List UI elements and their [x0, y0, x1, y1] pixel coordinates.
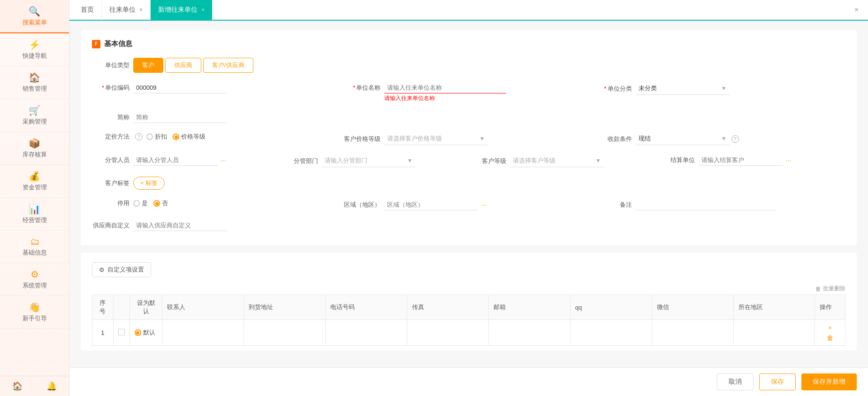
supplier-custom-row: 供应商自定义	[92, 220, 845, 231]
sidebar-item-purchase[interactable]: 🛒 采购管理	[0, 99, 69, 132]
batch-delete-btn[interactable]: 🗑 批量删除	[92, 285, 845, 293]
unit-type-group: 单位类型 客户 供应商 客户/供应商	[92, 58, 845, 73]
tab-close-icon[interactable]: ×	[139, 7, 143, 13]
payment-help-icon[interactable]: ?	[731, 135, 739, 143]
manager-more-btn[interactable]: ···	[218, 156, 229, 164]
sales-icon: 🏠	[29, 72, 40, 83]
save-and-new-button[interactable]: 保存并新增	[801, 373, 857, 390]
sidebar-notify-btn[interactable]: 🔔	[35, 376, 69, 396]
type-btn-supplier[interactable]: 供应商	[165, 58, 201, 73]
sidebar-item-sales[interactable]: 🏠 销售管理	[0, 66, 69, 99]
department-select[interactable]: 请输入分管部门 ▼	[322, 155, 416, 167]
pricing-help-icon[interactable]: ?	[135, 133, 143, 140]
qq-input[interactable]	[575, 327, 647, 338]
radio-circle-discount	[146, 133, 153, 140]
pricing-radio-group: 折扣 价格等级	[146, 132, 206, 141]
sidebar-item-sys-mgmt[interactable]: ⚙ 系统管理	[0, 263, 69, 296]
customer-level-label: 客户等级	[469, 157, 506, 165]
wechat-input[interactable]	[657, 327, 729, 338]
cell-location[interactable]	[733, 320, 815, 346]
cell-email[interactable]	[488, 320, 570, 346]
phone-input[interactable]	[330, 327, 402, 338]
sidebar-item-label: 搜索菜单	[23, 18, 47, 27]
settlement-more-btn[interactable]: ···	[783, 156, 794, 164]
finance-icon: 💰	[29, 171, 40, 182]
payment-terms-select[interactable]: 现结 ▼	[636, 132, 730, 145]
fax-input[interactable]	[412, 327, 484, 338]
col-default: 设为默认	[129, 295, 162, 320]
payment-terms-label: 收款条件	[594, 135, 632, 143]
radio-label: 是	[142, 199, 148, 208]
sidebar-item-search[interactable]: 🔍 搜索菜单	[0, 0, 69, 33]
add-row-btn[interactable]: ＋	[825, 323, 835, 333]
payment-terms-value: 现结	[639, 134, 721, 143]
sidebar-item-finance[interactable]: 💰 资金管理	[0, 165, 69, 198]
tabbar-close-btn[interactable]: ×	[849, 6, 864, 14]
manager-row: 分管人员 ··· 分管部门 请输入分管部门 ▼ 客户等级 请选择客户等级 ▼	[92, 155, 845, 167]
col-email: 邮箱	[488, 295, 570, 320]
radio-label: 价格等级	[181, 132, 206, 141]
pricing-method-label: 定价方法	[92, 132, 129, 141]
sidebar-item-inventory[interactable]: 📦 库存核算	[0, 132, 69, 165]
remark-input[interactable]	[636, 199, 777, 210]
unit-category-label: 单位分类	[594, 85, 632, 93]
cell-contact[interactable]	[162, 320, 244, 346]
sidebar-item-quick-nav[interactable]: ⚡ 快捷导航	[0, 33, 69, 66]
radio-circle-price-level	[173, 133, 179, 140]
unit-category-select[interactable]: 未分类 ▼	[636, 82, 730, 95]
radio-yes[interactable]: 是	[133, 199, 148, 208]
radio-price-level[interactable]: 价格等级	[173, 132, 206, 141]
batch-delete-label: 批量删除	[823, 285, 845, 293]
cell-address[interactable]	[244, 320, 326, 346]
short-name-input[interactable]	[133, 112, 227, 123]
radio-no[interactable]: 否	[153, 199, 168, 208]
sidebar-item-base-info[interactable]: 🗂 基础信息	[0, 231, 69, 263]
radio-default[interactable]: 默认	[135, 328, 158, 337]
tab-partners[interactable]: 往来单位 ×	[102, 0, 151, 20]
sidebar-home-btn[interactable]: 🏠	[0, 376, 35, 396]
chevron-down-icon2: ▼	[479, 135, 485, 142]
cell-wechat[interactable]	[652, 320, 733, 346]
type-btn-customer[interactable]: 客户	[133, 58, 163, 73]
row-checkbox[interactable]	[118, 329, 125, 335]
sidebar-item-new-guide[interactable]: 👋 新手引导	[0, 296, 69, 329]
cancel-button[interactable]: 取消	[717, 373, 754, 390]
custom-settings-btn[interactable]: ⚙ 自定义项设置	[92, 262, 151, 277]
disabled-radio-group: 是 否	[133, 199, 168, 208]
cell-fax[interactable]	[407, 320, 488, 346]
customer-level-group: 客户等级 请选择客户等级 ▼	[469, 155, 657, 167]
region-input[interactable]	[384, 199, 478, 210]
region-more-btn[interactable]: ···	[478, 201, 489, 209]
contact-table: 序号 设为默认 联系人 到货地址 电话号码 传真 邮箱 qq 微信 所在地区 操…	[92, 295, 845, 346]
save-button[interactable]: 保存	[759, 373, 796, 390]
page-content: F 基本信息 单位类型 客户 供应商 客户/供应商 单位编码	[69, 21, 868, 367]
unit-name-input[interactable]	[384, 82, 506, 93]
customer-level-select[interactable]: 请选择客户等级 ▼	[510, 155, 604, 167]
radio-circle-yes	[133, 200, 140, 207]
tab-close-icon[interactable]: ×	[201, 7, 205, 13]
address-input[interactable]	[249, 327, 320, 338]
sidebar-item-operations[interactable]: 📊 经营管理	[0, 198, 69, 231]
supplier-custom-input[interactable]	[133, 220, 227, 231]
location-input[interactable]	[739, 327, 810, 338]
contact-input[interactable]	[167, 327, 239, 338]
cell-qq[interactable]	[570, 320, 652, 346]
settlement-input[interactable]	[699, 155, 783, 166]
tab-home[interactable]: 首页	[73, 0, 102, 20]
add-tag-btn[interactable]: + 标签	[133, 177, 165, 190]
customer-price-level-select[interactable]: 请选择客户价格等级 ▼	[384, 132, 487, 145]
cell-checkbox[interactable]	[113, 320, 129, 346]
cell-phone[interactable]	[326, 320, 407, 346]
chevron-down-icon: ▼	[721, 85, 727, 92]
manager-input[interactable]	[133, 155, 218, 166]
cell-default[interactable]: 默认	[129, 320, 162, 346]
radio-discount[interactable]: 折扣	[146, 132, 167, 141]
type-btn-both[interactable]: 客户/供应商	[203, 58, 253, 73]
unit-code-group: 单位编码	[92, 82, 343, 93]
email-input[interactable]	[494, 327, 565, 338]
delete-row-btn[interactable]: 🗑	[825, 333, 835, 342]
unit-code-input[interactable]	[133, 82, 227, 93]
level-placeholder: 请选择客户等级	[513, 156, 595, 165]
tabbar: 首页 往来单位 × 新增往来单位 × ×	[69, 0, 868, 21]
tab-new-partner[interactable]: 新增往来单位 ×	[151, 0, 213, 20]
